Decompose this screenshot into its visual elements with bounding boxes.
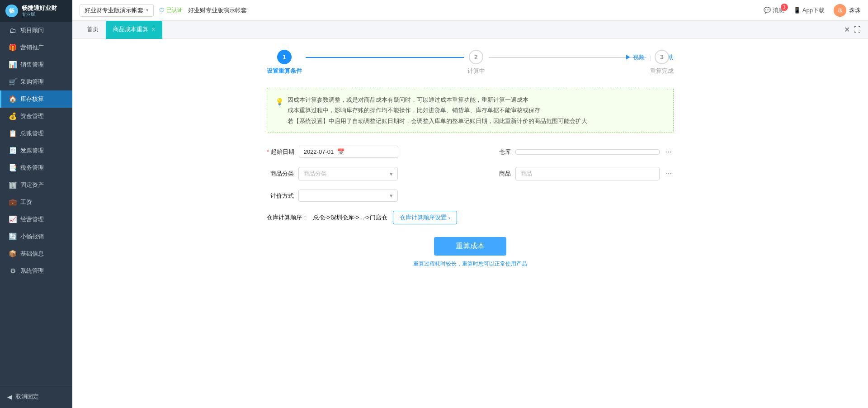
step-2-label: 计算中 <box>467 67 485 75</box>
submit-btn-label: 重算成本 <box>456 242 485 250</box>
sidebar-unpin[interactable]: ◀ 取消固定 <box>0 389 72 404</box>
salary-icon: 💼 <box>9 198 17 206</box>
sidebar-item-label: 经营管理 <box>20 215 44 223</box>
sidebar: 畅 畅捷通好业财 专业版 🗂 项目顾问 🎁 营销推广 📊 销售管理 🛒 采购管理… <box>0 0 72 408</box>
logo-icon: 畅 <box>5 5 18 17</box>
inventory-icon: 🏠 <box>9 95 17 103</box>
tab-cost-recalc[interactable]: 商品成本重算 × <box>106 21 162 39</box>
sidebar-item-assets[interactable]: 🏢 固定资产 <box>0 176 72 194</box>
notice-line-1: 因成本计算参数调整，或是对商品成本有疑问时，可以通过成本重算功能，重新计算一遍成… <box>288 95 587 105</box>
notice-box: 💡 因成本计算参数调整，或是对商品成本有疑问时，可以通过成本重算功能，重新计算一… <box>267 88 674 133</box>
form-field-warehouse: 仓库 ··· <box>484 148 674 156</box>
sidebar-item-label: 销售管理 <box>20 61 44 69</box>
sidebar-item-label: 税务管理 <box>20 164 44 172</box>
category-placeholder: 商品分类 <box>303 170 327 178</box>
recalculate-cost-button[interactable]: 重算成本 <box>434 237 506 256</box>
sidebar-item-salary[interactable]: 💼 工资 <box>0 194 72 211</box>
start-date-value: 2022-07-01 <box>304 148 334 155</box>
warehouse-more-btn[interactable]: ··· <box>664 148 674 156</box>
invoice-icon: 🧾 <box>9 147 17 155</box>
notice-line-3: 若【系统设置】中启用了自动调整记账日期时，会调整入库单的整单记账日期，因此重新计… <box>288 116 587 126</box>
price-method-label: 计价方式 <box>267 192 294 200</box>
sidebar-item-project[interactable]: 🗂 项目顾问 <box>0 22 72 39</box>
topbar-user-menu[interactable]: 珠 珠珠 <box>834 4 861 17</box>
start-date-input[interactable]: 2022-07-01 📅 <box>299 146 398 158</box>
video-help-btn[interactable]: ▶ 视频 <box>625 53 645 62</box>
logo-subtitle: 专业版 <box>22 12 57 17</box>
warehouse-label: 仓库 <box>484 148 511 156</box>
step-1-num: 1 <box>283 53 286 61</box>
sidebar-item-label: 发票管理 <box>20 147 44 155</box>
price-method-chevron-icon: ▾ <box>390 192 393 199</box>
system-icon: ⚙ <box>9 267 17 275</box>
unpin-icon: ◀ <box>7 394 12 400</box>
expense-icon: 🔄 <box>9 232 17 241</box>
sidebar-item-label: 资金管理 <box>20 112 44 120</box>
form-field-start-date: 起始日期 2022-07-01 📅 <box>267 146 457 158</box>
app-label: App下载 <box>802 6 825 14</box>
sidebar-item-tax[interactable]: 📑 税务管理 <box>0 159 72 176</box>
sidebar-item-accounting[interactable]: 📋 总账管理 <box>0 125 72 142</box>
main-area: 好业财专业版演示帐套 ▾ 🛡 已认证 好业财专业版演示帐套 💬 消息 1 📱 A… <box>72 0 868 408</box>
sidebar-item-invoice[interactable]: 🧾 发票管理 <box>0 142 72 159</box>
main-content: 1 设置重算条件 2 计算中 3 重算完成 <box>72 39 868 408</box>
basic-icon: 📦 <box>9 250 17 258</box>
expand-window-button[interactable]: ⛶ <box>854 25 861 34</box>
sidebar-item-label: 工资 <box>20 198 32 206</box>
topbar-message-btn[interactable]: 💬 消息 1 <box>764 6 784 14</box>
sidebar-item-purchase[interactable]: 🛒 采购管理 <box>0 73 72 90</box>
sidebar-item-label: 小畅报销 <box>20 232 44 241</box>
tab-action-buttons: ✕ ⛶ <box>844 25 861 34</box>
tax-icon: 📑 <box>9 164 17 172</box>
product-input[interactable]: 商品 <box>515 167 660 180</box>
topbar-right-area: 💬 消息 1 📱 App下载 珠 珠珠 <box>764 4 861 17</box>
warehouse-input[interactable] <box>515 149 660 155</box>
category-chevron-icon: ▾ <box>390 171 393 177</box>
assets-icon: 🏢 <box>9 181 17 189</box>
operation-icon: 📈 <box>9 215 17 223</box>
warehouse-order-settings-btn[interactable]: 仓库计算顺序设置 › <box>393 211 457 224</box>
topbar-company-name: 好业财专业版演示帐套 <box>188 6 247 14</box>
sidebar-item-inventory[interactable]: 🏠 库存核算 <box>0 90 72 108</box>
tabs-bar: 首页 商品成本重算 × ✕ ⛶ <box>72 21 868 39</box>
product-placeholder: 商品 <box>520 170 532 178</box>
step-3-label: 重算完成 <box>650 67 674 75</box>
sidebar-logo: 畅 畅捷通好业财 专业版 <box>0 0 72 22</box>
category-select[interactable]: 商品分类 ▾ <box>298 167 398 180</box>
sidebar-item-basic[interactable]: 📦 基础信息 <box>0 245 72 262</box>
step-line-1 <box>306 57 464 58</box>
sidebar-item-system[interactable]: ⚙ 系统管理 <box>0 262 72 280</box>
sidebar-item-marketing[interactable]: 🎁 营销推广 <box>0 39 72 56</box>
product-more-btn[interactable]: ··· <box>664 170 674 178</box>
step-2-circle: 2 <box>469 50 483 64</box>
form-field-category: 商品分类 商品分类 ▾ <box>267 167 457 180</box>
tab-close-icon[interactable]: × <box>152 26 155 33</box>
close-window-button[interactable]: ✕ <box>844 25 850 34</box>
submit-area: 重算成本 重算过程耗时较长，重算时您可以正常使用产品 <box>267 237 674 268</box>
warehouse-order-value: 总仓->深圳仓库->...->门店仓 <box>313 213 387 222</box>
finance-icon: 💰 <box>9 112 17 120</box>
step-3: 3 重算完成 <box>650 50 674 75</box>
logo-title: 畅捷通好业财 <box>22 5 57 12</box>
sidebar-item-operation[interactable]: 📈 经营管理 <box>0 211 72 228</box>
price-method-select[interactable]: ▾ <box>298 190 398 202</box>
form-field-price-method: 计价方式 ▾ <box>267 190 457 202</box>
step-2-num: 2 <box>474 53 478 61</box>
submit-note: 重算过程耗时较长，重算时您可以正常使用产品 <box>413 260 527 268</box>
topbar-account-selector[interactable]: 好业财专业版演示帐套 ▾ <box>80 4 154 17</box>
account-chevron-icon: ▾ <box>146 7 149 13</box>
sidebar-item-finance[interactable]: 💰 资金管理 <box>0 108 72 125</box>
form-row-2: 商品分类 商品分类 ▾ 商品 商品 ··· <box>267 167 674 180</box>
topbar-verified-badge: 🛡 已认证 <box>159 6 183 14</box>
svg-text:珠: 珠 <box>838 8 843 13</box>
topbar-app-download-btn[interactable]: 📱 App下载 <box>793 6 825 14</box>
sidebar-item-label: 系统管理 <box>20 267 44 275</box>
tab-home[interactable]: 首页 <box>80 21 106 39</box>
sidebar-item-sales[interactable]: 📊 销售管理 <box>0 56 72 73</box>
topbar: 好业财专业版演示帐套 ▾ 🛡 已认证 好业财专业版演示帐套 💬 消息 1 📱 A… <box>72 0 868 21</box>
sidebar-item-label: 基础信息 <box>20 250 44 258</box>
notice-content: 因成本计算参数调整，或是对商品成本有疑问时，可以通过成本重算功能，重新计算一遍成… <box>288 95 587 126</box>
sidebar-item-expense[interactable]: 🔄 小畅报销 <box>0 228 72 245</box>
step-line-2 <box>489 57 647 58</box>
form-field-product: 商品 商品 ··· <box>484 167 674 180</box>
